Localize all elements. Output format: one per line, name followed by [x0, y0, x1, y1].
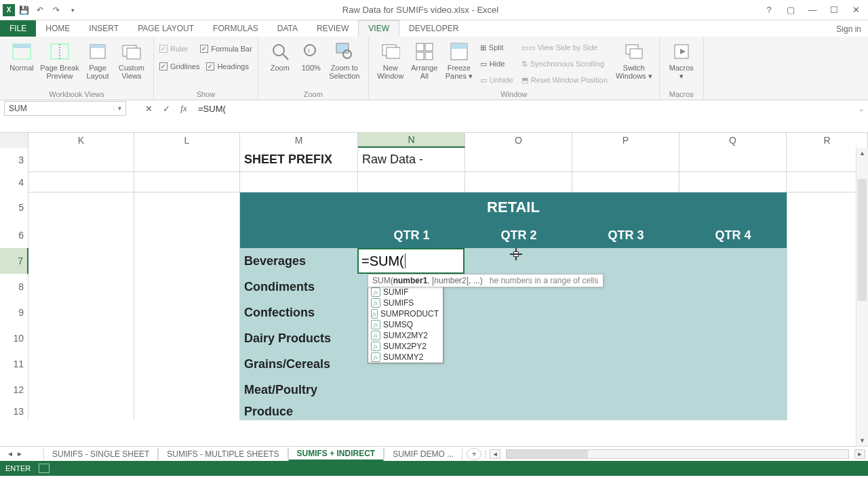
cell[interactable]: [28, 300, 134, 325]
cell[interactable]: [134, 325, 240, 351]
cell[interactable]: [134, 403, 240, 420]
category-cell[interactable]: Confections: [240, 300, 358, 325]
select-all-button[interactable]: [0, 133, 28, 148]
new-sheet-button[interactable]: +: [467, 448, 481, 460]
formula-input[interactable]: =SUM(: [193, 104, 854, 114]
cell[interactable]: [465, 172, 572, 192]
category-cell[interactable]: Beverages: [240, 248, 358, 274]
col-header-Q[interactable]: Q: [679, 133, 787, 148]
cell[interactable]: [465, 377, 572, 403]
tab-review[interactable]: REVIEW: [307, 20, 358, 37]
cell[interactable]: [572, 403, 679, 420]
ac-item[interactable]: fxSUMX2PY2: [368, 341, 443, 352]
redo-icon[interactable]: ↷: [49, 3, 64, 18]
row-header-8[interactable]: 8: [0, 274, 28, 300]
close-icon[interactable]: ✕: [848, 5, 864, 15]
category-cell[interactable]: Meat/Poultry: [240, 377, 358, 403]
row-header-4[interactable]: 4: [0, 172, 28, 192]
cell[interactable]: [465, 248, 572, 274]
cell[interactable]: [572, 300, 679, 325]
freeze-panes-button[interactable]: Freeze Panes ▾: [442, 39, 476, 80]
tab-data[interactable]: DATA: [268, 20, 307, 37]
cell[interactable]: [679, 148, 787, 171]
cell[interactable]: [679, 300, 787, 325]
zoom-100-button[interactable]: 1 100%: [298, 39, 325, 72]
cell[interactable]: [28, 192, 134, 222]
cell[interactable]: [358, 377, 465, 403]
cell[interactable]: [679, 403, 787, 420]
cancel-formula-button[interactable]: ✕: [140, 101, 157, 116]
cell[interactable]: [465, 300, 572, 325]
cell[interactable]: [28, 148, 134, 171]
tab-insert[interactable]: INSERT: [79, 20, 128, 37]
horizontal-scrollbar[interactable]: ◄ ►: [490, 449, 868, 459]
row-header-13[interactable]: 13: [0, 403, 28, 420]
row-header-11[interactable]: 11: [0, 351, 28, 377]
cell[interactable]: [28, 351, 134, 377]
cell[interactable]: QTR 3: [572, 222, 679, 248]
sheet-tab[interactable]: SUMIFS - SINGLE SHEET: [43, 448, 158, 460]
cell[interactable]: [465, 403, 572, 420]
spreadsheet-grid[interactable]: K L M N O P Q R 3 SHEET PREFIX Raw Data …: [0, 133, 868, 446]
scroll-track[interactable]: [856, 159, 868, 435]
cell[interactable]: QTR 4: [679, 222, 787, 248]
cell[interactable]: [134, 248, 240, 274]
insert-function-button[interactable]: fx: [175, 101, 193, 116]
sheet-prev-icon[interactable]: ◄: [5, 450, 15, 458]
cell[interactable]: [679, 172, 787, 192]
name-box[interactable]: SUM ▼: [4, 101, 126, 116]
cell[interactable]: [28, 274, 134, 300]
cell[interactable]: QTR 2: [465, 222, 572, 248]
expand-formula-bar-icon[interactable]: ⌄: [854, 105, 868, 113]
cell[interactable]: [572, 377, 679, 403]
gridlines-checkbox[interactable]: ✓Gridlines: [159, 60, 199, 73]
ac-item[interactable]: fxSUMIF: [368, 287, 443, 298]
cell[interactable]: [240, 222, 358, 248]
cell[interactable]: [134, 274, 240, 300]
cell[interactable]: [679, 377, 787, 403]
scroll-right-icon[interactable]: ►: [854, 449, 865, 459]
cell[interactable]: [28, 172, 134, 192]
ac-item[interactable]: fxSUMXMY2: [368, 352, 443, 363]
hscroll-thumb[interactable]: [507, 450, 588, 458]
tab-page-layout[interactable]: PAGE LAYOUT: [128, 20, 203, 37]
category-cell[interactable]: Condiments: [240, 274, 358, 300]
split-button[interactable]: ⊞Split: [480, 41, 513, 54]
cell[interactable]: [465, 351, 572, 377]
tab-formulas[interactable]: FORMULAS: [203, 20, 268, 37]
row-header-7[interactable]: 7: [0, 248, 28, 274]
ac-item[interactable]: fxSUMPRODUCT: [368, 308, 443, 319]
cell[interactable]: [679, 325, 787, 351]
cell[interactable]: [572, 172, 679, 192]
cell[interactable]: [28, 222, 134, 248]
row-header-10[interactable]: 10: [0, 325, 28, 351]
normal-button[interactable]: Normal: [5, 39, 38, 72]
cell[interactable]: [28, 377, 134, 403]
ac-item[interactable]: fxSUMIFS: [368, 298, 443, 308]
cell[interactable]: [358, 403, 465, 420]
zoom-button[interactable]: Zoom: [264, 39, 296, 72]
cell[interactable]: [28, 325, 134, 351]
cell[interactable]: [28, 403, 134, 420]
zoom-to-selection-button[interactable]: Zoom to Selection: [326, 39, 363, 80]
undo-icon[interactable]: ↶: [33, 3, 47, 18]
cell[interactable]: Raw Data -: [358, 148, 465, 171]
scroll-down-icon[interactable]: ▼: [856, 435, 868, 446]
cell[interactable]: [572, 325, 679, 351]
page-break-preview-button[interactable]: Page Break Preview: [39, 39, 80, 80]
ribbon-display-icon[interactable]: ▢: [783, 5, 799, 15]
function-autocomplete[interactable]: fxSUMIF fxSUMIFS fxSUMPRODUCT fxSUMSQ fx…: [368, 286, 443, 363]
cell[interactable]: SHEET PREFIX: [240, 148, 358, 171]
arrange-all-button[interactable]: Arrange All: [408, 39, 441, 80]
row-header-9[interactable]: 9: [0, 300, 28, 325]
hscroll-track[interactable]: [506, 449, 849, 459]
cell[interactable]: [134, 351, 240, 377]
tab-file[interactable]: FILE: [0, 20, 36, 37]
cell[interactable]: [679, 351, 787, 377]
cell[interactable]: [134, 300, 240, 325]
help-icon[interactable]: ?: [761, 5, 777, 15]
tab-home[interactable]: HOME: [36, 20, 79, 37]
cell[interactable]: [134, 148, 240, 171]
ac-item[interactable]: fxSUMX2MY2: [368, 330, 443, 341]
switch-windows-button[interactable]: Switch Windows ▾: [614, 39, 654, 80]
